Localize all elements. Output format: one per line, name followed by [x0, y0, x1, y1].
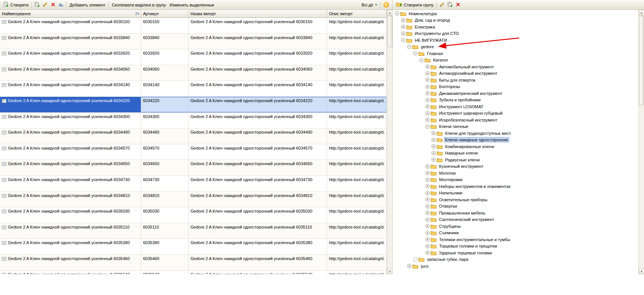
- name-cell[interactable]: Gedore 2 A Ключ накидной односторонний у…: [0, 97, 141, 112]
- tree-item[interactable]: +Електрика: [393, 24, 638, 30]
- import-name-cell[interactable]: Gedore 2 A Ключ накидной односторонний у…: [189, 160, 327, 175]
- import-desc-cell[interactable]: http://gedore-tool.ru/catalog/d...: [327, 144, 387, 160]
- tree-scrollbar[interactable]: ▲ ▼: [638, 10, 644, 274]
- column-header-import-desc[interactable]: Опис імпорт: [327, 10, 387, 17]
- expand-icon[interactable]: +: [431, 144, 436, 148]
- expand-icon[interactable]: +: [425, 197, 430, 202]
- import-name-cell[interactable]: Gedore 2 A Ключ накидной односторонний у…: [189, 18, 327, 33]
- import-name-cell[interactable]: Gedore 2 A Ключ накидной односторонний у…: [189, 271, 327, 274]
- tree-item-label[interactable]: Биты для отверток: [438, 77, 477, 83]
- article-cell[interactable]: 6034730: [141, 176, 189, 191]
- tree-item-label[interactable]: Молотки: [438, 170, 457, 176]
- copy-selected-to-group-button[interactable]: Скопіювати виділені в групу: [110, 2, 168, 8]
- name-cell[interactable]: Gedore 2 A Ключ накидной односторонний у…: [0, 144, 141, 160]
- collapse-icon[interactable]: −: [425, 125, 430, 129]
- tree-item[interactable]: +Кузнечный инструмент: [393, 163, 638, 170]
- tree-item-label[interactable]: juco: [420, 263, 430, 269]
- tree-item-label[interactable]: Тележки инструментальные и тумбы: [438, 237, 511, 242]
- tree-item[interactable]: +Биты для отверток: [393, 77, 638, 84]
- article-cell[interactable]: 6035380: [141, 239, 189, 254]
- import-name-cell[interactable]: Gedore 2 A Ключ накидной односторонний у…: [189, 207, 327, 223]
- import-desc-cell[interactable]: http://gedore-tool.ru/catalog/d...: [327, 97, 387, 112]
- tree-item-label[interactable]: Болторезы: [438, 84, 461, 89]
- tree-item[interactable]: +juco: [393, 263, 638, 270]
- expand-icon[interactable]: +: [431, 131, 436, 135]
- tree-item-label[interactable]: Искробезопасный инструмент: [438, 117, 498, 123]
- tree-item-label[interactable]: Монтировки: [438, 177, 464, 182]
- scroll-up-icon[interactable]: ▲: [387, 10, 393, 16]
- tree-item[interactable]: −НЕ ВИГРУЖАТИ: [393, 37, 638, 44]
- tree-item[interactable]: +Промышленная мебель: [393, 210, 638, 216]
- tree-item[interactable]: +Инструмент LOSOMAT: [393, 103, 638, 110]
- table-row[interactable]: Gedore 2 A Ключ накидной односторонний у…: [0, 255, 387, 271]
- expand-icon[interactable]: +: [425, 251, 430, 255]
- import-desc-cell[interactable]: http://gedore-tool.ru/catalog/d...: [327, 49, 387, 65]
- all-actions-button[interactable]: Всі дії ▾: [360, 2, 379, 8]
- name-cell[interactable]: Gedore 2 A Ключ накидной односторонний у…: [0, 65, 141, 81]
- tree-item[interactable]: +Искробезопасный инструмент: [393, 117, 638, 123]
- tree-item-label[interactable]: запасные губки, пара: [426, 257, 469, 262]
- name-cell[interactable]: Gedore 2 A Ключ накидной односторонний у…: [0, 160, 141, 175]
- tree-item[interactable]: +Ударные торцевые головки: [393, 249, 638, 256]
- import-desc-cell[interactable]: http://gedore-tool.ru/catalog/d...: [327, 223, 387, 239]
- tree-item-label[interactable]: Торцевые головки и трещотки: [438, 243, 498, 249]
- article-cell[interactable]: 6034810: [141, 192, 189, 207]
- tree-item[interactable]: +Накидные ключи: [393, 150, 638, 157]
- tree-item[interactable]: +Наборы инструментов в ложементах: [393, 183, 638, 190]
- expand-icon[interactable]: +: [425, 171, 430, 175]
- import-desc-cell[interactable]: http://gedore-tool.ru/catalog/d...: [327, 65, 387, 81]
- tree-item-label[interactable]: Каталог: [432, 57, 449, 63]
- name-cell[interactable]: Gedore 2 A Ключ накидной односторонний у…: [0, 49, 141, 65]
- name-cell[interactable]: Gedore 2 A Ключ накидной односторонний у…: [0, 192, 141, 207]
- table-row[interactable]: Gedore 2 A Ключ накидной односторонний у…: [0, 239, 387, 255]
- expand-icon[interactable]: +: [425, 111, 430, 115]
- name-cell[interactable]: Gedore 2 A Ключ накидной односторонний у…: [0, 34, 141, 49]
- expand-icon[interactable]: +: [425, 98, 430, 102]
- tree-item[interactable]: +Дом, сад и огород: [393, 17, 638, 24]
- import-desc-cell[interactable]: http://gedore-tool.ru/catalog/d...: [327, 271, 387, 274]
- tree-item-label[interactable]: gedore: [420, 44, 435, 49]
- delete-group-button[interactable]: [454, 1, 462, 9]
- article-cell[interactable]: 6035460: [141, 255, 189, 270]
- import-desc-cell[interactable]: http://gedore-tool.ru/catalog/d...: [327, 128, 387, 144]
- name-cell[interactable]: Gedore 2 A Ключ накидной односторонний у…: [0, 176, 141, 191]
- article-cell[interactable]: 6034650: [141, 160, 189, 175]
- expand-icon[interactable]: +: [431, 151, 436, 155]
- expand-icon[interactable]: +: [431, 158, 436, 162]
- table-row[interactable]: Gedore 2 A Ключ накидной односторонний у…: [0, 176, 387, 192]
- table-row[interactable]: Gedore 2 A Ключ накидной односторонний у…: [0, 160, 387, 176]
- tree-item-label[interactable]: Осветительные приборы: [438, 197, 488, 202]
- collapse-icon[interactable]: −: [395, 11, 399, 16]
- expand-icon[interactable]: +: [401, 25, 405, 29]
- tree-item[interactable]: +Молотки: [393, 170, 638, 177]
- tree-item[interactable]: +Радиусные ключи: [393, 156, 638, 163]
- article-cell[interactable]: 6035110: [141, 223, 189, 239]
- tree-item[interactable]: +Напильники: [393, 190, 638, 197]
- tree-item-label[interactable]: Отвертки: [438, 204, 458, 209]
- tree-item[interactable]: −gedore: [393, 44, 638, 50]
- tree-item-label[interactable]: Промышленная мебель: [438, 210, 487, 216]
- tree-item-label[interactable]: Ударные торцевые головки: [438, 250, 493, 256]
- copy-item-button[interactable]: [33, 1, 41, 9]
- import-name-cell[interactable]: Gedore 2 A Ключ накидной односторонний у…: [189, 34, 327, 49]
- scrollbar-thumb[interactable]: [639, 16, 644, 105]
- tree-item[interactable]: +Монтировки: [393, 177, 638, 183]
- import-name-cell[interactable]: Gedore 2 A Ключ накидной односторонний у…: [189, 192, 327, 207]
- tree-item[interactable]: +Ключи для труднодоступных мест: [393, 130, 638, 137]
- tree-item-label[interactable]: Струбцины: [438, 224, 462, 229]
- expand-icon[interactable]: +: [407, 264, 411, 268]
- expand-icon[interactable]: +: [425, 218, 430, 222]
- set-levels-button[interactable]: [57, 1, 65, 9]
- expand-icon[interactable]: +: [401, 18, 405, 22]
- import-name-cell[interactable]: Gedore 2 A Ключ накидной односторонний у…: [189, 113, 327, 128]
- import-desc-cell[interactable]: http://gedore-tool.ru/catalog/d...: [327, 192, 387, 207]
- table-scrollbar[interactable]: ▲ ▼: [387, 10, 392, 274]
- scroll-down-icon[interactable]: ▼: [639, 268, 644, 274]
- tree-item[interactable]: +Торцевые головки и трещотки: [393, 243, 638, 250]
- import-desc-cell[interactable]: http://gedore-tool.ru/catalog/d...: [327, 239, 387, 254]
- edit-selected-button[interactable]: Изменить выделенные: [168, 2, 216, 8]
- name-cell[interactable]: Gedore 2 A Ключ накидной односторонний у…: [0, 239, 141, 254]
- import-desc-cell[interactable]: http://gedore-tool.ru/catalog/d...: [327, 113, 387, 128]
- article-cell[interactable]: 6034570: [141, 144, 189, 160]
- table-row[interactable]: Gedore 2 A Ключ накидной односторонний у…: [0, 128, 387, 144]
